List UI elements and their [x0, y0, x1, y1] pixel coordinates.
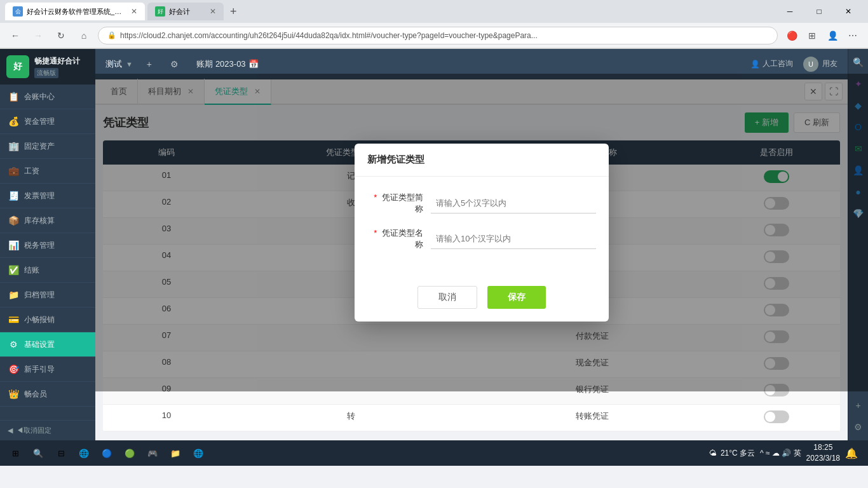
taskbar-apps[interactable]: 🎮 — [142, 443, 163, 463]
company-dropdown-icon: ▼ — [126, 60, 133, 68]
sidebar-item-archive[interactable]: 📁 归档管理 — [0, 283, 95, 308]
save-button[interactable]: 保存 — [487, 286, 546, 309]
close-button[interactable]: ✕ — [834, 0, 863, 23]
expense-icon: 💳 — [8, 314, 19, 325]
modal-footer: 取消 保存 — [355, 278, 609, 322]
taskbar-search[interactable]: 🔍 — [28, 443, 48, 463]
sidebar-item-assets[interactable]: 💰 资金管理 — [0, 109, 95, 134]
home-button[interactable]: ⌂ — [75, 27, 93, 44]
form-row-name: * 凭证类型名称 — [367, 227, 596, 250]
abbr-input[interactable] — [431, 193, 596, 214]
sidebar-label-archive: 归档管理 — [24, 290, 55, 301]
taskbar-wechat[interactable]: 🟢 — [119, 443, 140, 463]
modal-body: * 凭证类型简称 * 凭证类型名称 — [355, 177, 609, 278]
unpin-icon: ◀ — [8, 426, 13, 435]
sidebar-label-assets: 资金管理 — [24, 116, 55, 127]
notification-button[interactable]: 🔔 — [845, 447, 858, 459]
browser-tab-2[interactable]: 好 好会计 ✕ — [147, 3, 224, 20]
sidebar-item-expense[interactable]: 💳 小畅报销 — [0, 308, 95, 332]
name-input[interactable] — [431, 229, 596, 249]
sidebar-item-fixed-assets[interactable]: 🏢 固定资产 — [0, 134, 95, 159]
address-bar: ← → ↻ ⌂ 🔒 https://cloud2.chanjet.com/acc… — [0, 23, 868, 48]
sidebar-item-invoice[interactable]: 🧾 发票管理 — [0, 184, 95, 208]
rp-add-button[interactable]: + — [850, 397, 867, 414]
sidebar-item-member[interactable]: 👑 畅会员 — [0, 382, 95, 407]
forward-button[interactable]: → — [29, 27, 47, 44]
tab-title-1: 好会计云财务软件管理系统_会计 — [27, 7, 127, 17]
sidebar-label-inventory: 库存核算 — [24, 215, 55, 226]
logo-icon: 好 — [6, 55, 29, 78]
add-voucher-modal: 新增凭证类型 * 凭证类型简称 * 凭证类型名称 取消 保存 — [355, 144, 609, 322]
settle-icon: ✅ — [8, 264, 19, 276]
logo-badge: 流畅版 — [34, 68, 58, 78]
sidebar-label-dashboard: 会账中心 — [24, 92, 55, 102]
taskbar-edge[interactable]: 🌐 — [74, 443, 94, 463]
logo-text-container: 畅捷通好合计 流畅版 — [34, 56, 80, 78]
start-button[interactable]: ⊞ — [5, 443, 25, 463]
required-star: * — [374, 193, 377, 202]
clock[interactable]: 18:25 2023/3/18 — [806, 442, 840, 464]
new-tab-button[interactable]: + — [226, 5, 241, 18]
taskbar-task-view[interactable]: ⊟ — [51, 443, 71, 463]
consultant-label: 人工咨询 — [763, 58, 793, 69]
company-selector[interactable]: 测试 ▼ — [105, 58, 133, 70]
sidebar-item-guide[interactable]: 🎯 新手引导 — [0, 357, 95, 382]
sidebar-item-basic[interactable]: ⚙ 基础设置 — [0, 332, 95, 357]
sidebar-item-tax[interactable]: 📊 税务管理 — [0, 233, 95, 258]
user-avatar: U — [803, 57, 818, 72]
refresh-button[interactable]: ↻ — [52, 27, 70, 44]
taskbar-browser2[interactable]: 🌐 — [188, 443, 208, 463]
bookmark-button[interactable]: ⊞ — [803, 27, 821, 44]
consultant-button[interactable]: 👤 人工咨询 — [750, 58, 793, 69]
taskbar-explorer[interactable]: 📁 — [165, 443, 186, 463]
sidebar-item-inventory[interactable]: 📦 库存核算 — [0, 208, 95, 233]
member-icon: 👑 — [8, 388, 19, 400]
sidebar: 好 畅捷通好合计 流畅版 📋 会账中心 💰 资金管理 🏢 固定资产 💼 工资 — [0, 49, 95, 440]
sidebar-label-basic: 基础设置 — [24, 339, 55, 350]
rp-search-button[interactable]: 🔍 — [850, 54, 867, 71]
sidebar-label-tax: 税务管理 — [24, 240, 55, 251]
address-input[interactable]: 🔒 https://cloud2.chanjet.com/accounting/… — [98, 27, 778, 44]
unpin-button[interactable]: ◀ ◀取消固定 — [0, 420, 95, 440]
profile-button[interactable]: 👤 — [824, 27, 841, 44]
sidebar-label-guide: 新手引导 — [24, 364, 55, 375]
system-tray: 🌤 21°C 多云 — [709, 448, 755, 459]
window-controls: ─ □ ✕ — [775, 0, 863, 23]
sidebar-item-salary[interactable]: 💼 工资 — [0, 159, 95, 184]
sidebar-label-settle: 结账 — [24, 265, 39, 276]
url-text: https://cloud2.chanjet.com/accounting/uh… — [120, 31, 538, 40]
extensions-button[interactable]: 🔴 — [783, 27, 801, 44]
taskbar-chrome[interactable]: 🔵 — [97, 443, 117, 463]
inventory-icon: 📦 — [8, 215, 19, 226]
assets-icon: 💰 — [8, 116, 19, 127]
sidebar-item-dashboard[interactable]: 📋 会账中心 — [0, 85, 95, 109]
settings-button[interactable]: ⚙ — [166, 55, 184, 73]
toggle-off[interactable] — [764, 410, 789, 423]
sidebar-scroll: 📋 会账中心 💰 资金管理 🏢 固定资产 💼 工资 🧾 发票管理 📦 库 — [0, 85, 95, 420]
row-code: 10 — [103, 405, 230, 431]
browser-tools: 🔴 ⊞ 👤 ⋯ — [783, 27, 862, 44]
sidebar-label-invoice: 发票管理 — [24, 191, 55, 201]
tab-title-2: 好会计 — [169, 7, 206, 17]
rp-settings-button[interactable]: ⚙ — [850, 419, 867, 435]
table-row[interactable]: 10 转 转账凭证 — [103, 405, 840, 431]
browser-tab-active[interactable]: 会 好会计云财务软件管理系统_会计 ✕ — [5, 3, 145, 20]
tab-close-2[interactable]: ✕ — [210, 7, 216, 16]
user-name: 用友 — [822, 58, 837, 69]
unpin-label: ◀取消固定 — [17, 426, 51, 435]
sidebar-item-settle[interactable]: ✅ 结账 — [0, 258, 95, 283]
row-toggle[interactable] — [713, 405, 840, 431]
period-label: 账期 — [196, 58, 213, 70]
weather-info: 🌤 — [709, 449, 717, 458]
cancel-button[interactable]: 取消 — [417, 286, 477, 309]
logo-title: 畅捷通好合计 — [34, 56, 80, 67]
abbr-label: * 凭证类型简称 — [367, 192, 431, 215]
user-info[interactable]: U 用友 — [803, 57, 837, 72]
tab-close-1[interactable]: ✕ — [131, 7, 137, 16]
more-button[interactable]: ⋯ — [844, 27, 862, 44]
weather-text: 21°C 多云 — [721, 448, 755, 459]
minimize-button[interactable]: ─ — [775, 0, 804, 23]
maximize-button[interactable]: □ — [804, 0, 834, 23]
add-company-button[interactable]: + — [140, 55, 158, 73]
back-button[interactable]: ← — [6, 27, 24, 44]
